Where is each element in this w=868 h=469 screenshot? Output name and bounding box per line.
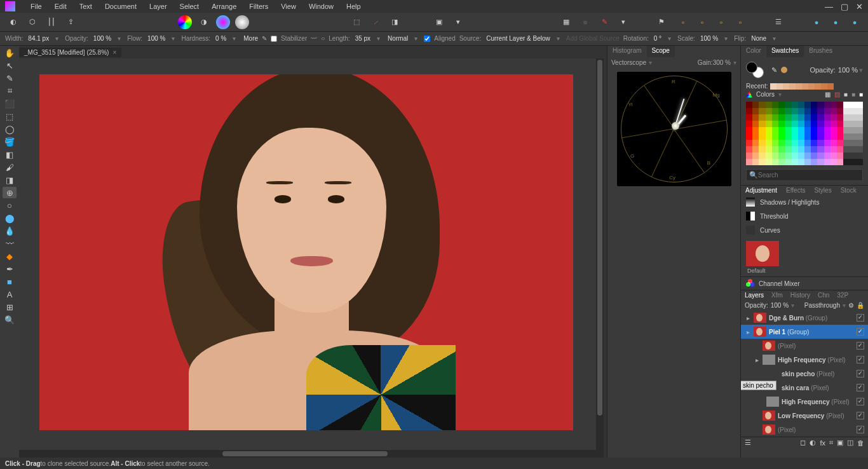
- swatch-cell[interactable]: [759, 108, 765, 114]
- tab-color[interactable]: Color: [741, 46, 766, 57]
- recent-swatch[interactable]: [815, 83, 821, 90]
- swatch-cell[interactable]: [824, 159, 831, 165]
- swatch-cell[interactable]: [804, 133, 811, 140]
- swatch-cell[interactable]: [804, 146, 811, 153]
- swatch-cell[interactable]: [843, 153, 850, 159]
- swatch-cell[interactable]: [811, 108, 817, 114]
- tab-scope[interactable]: Scope: [647, 46, 675, 57]
- flip-dropdown[interactable]: None: [751, 35, 766, 42]
- swatch-cell[interactable]: [817, 153, 824, 159]
- swatch-cell[interactable]: [766, 114, 772, 121]
- swatch-cell[interactable]: [752, 140, 759, 146]
- swatch-cell[interactable]: [759, 159, 765, 165]
- swatch-cell[interactable]: [752, 146, 759, 153]
- swatch-cell[interactable]: [824, 133, 831, 140]
- swatch-cell[interactable]: [824, 102, 831, 108]
- swatch-cell[interactable]: [843, 108, 850, 114]
- swatch-opacity-value[interactable]: 100 %: [838, 66, 858, 74]
- arrange-backward-icon[interactable]: ▫: [695, 15, 709, 29]
- layer-visibility-checkbox[interactable]: [857, 426, 864, 433]
- recent-swatch[interactable]: [796, 83, 802, 90]
- tab-history[interactable]: History: [787, 290, 814, 300]
- crop-tool-icon[interactable]: ⌗: [3, 85, 17, 97]
- recent-swatch[interactable]: [802, 83, 808, 90]
- swatch-cell[interactable]: [857, 159, 863, 165]
- stabilizer-checkbox[interactable]: [271, 36, 277, 42]
- swatch-cell[interactable]: [746, 121, 752, 127]
- swatch-cell[interactable]: [824, 127, 831, 133]
- globe3-icon[interactable]: ●: [848, 15, 862, 29]
- swatch-cell[interactable]: [798, 146, 804, 153]
- swatch-cell[interactable]: [824, 114, 831, 121]
- swatch-cell[interactable]: [837, 133, 843, 140]
- swatch-cell[interactable]: [831, 114, 837, 121]
- swatch-cell[interactable]: [850, 159, 857, 165]
- swatch-cell[interactable]: [837, 108, 843, 114]
- swatch-grey-icon[interactable]: ■: [851, 91, 855, 98]
- recent-swatch[interactable]: [808, 83, 815, 90]
- swatch-cell[interactable]: [785, 127, 791, 133]
- swatch-cell[interactable]: [831, 102, 837, 108]
- swatch-cell[interactable]: [850, 121, 857, 127]
- swatch-cell[interactable]: [766, 127, 772, 133]
- globe1-icon[interactable]: ●: [810, 15, 824, 29]
- swatch-cell[interactable]: [804, 121, 811, 127]
- vertical-scrollbar[interactable]: [596, 58, 604, 450]
- swatch-cell[interactable]: [759, 127, 765, 133]
- swatch-cell[interactable]: [817, 108, 824, 114]
- layers-opacity-value[interactable]: 100 %: [771, 302, 789, 309]
- marquee-tool-icon[interactable]: ⬚: [3, 111, 17, 122]
- recent-swatch[interactable]: [821, 83, 827, 90]
- aligned-checkbox[interactable]: [424, 36, 430, 42]
- swatch-cell[interactable]: [857, 127, 863, 133]
- swatch-cell[interactable]: [772, 121, 778, 127]
- tab-swatches[interactable]: Swatches: [766, 46, 804, 57]
- swatch-cell[interactable]: [759, 133, 765, 140]
- swatch-cell[interactable]: [857, 102, 863, 108]
- swatch-cell[interactable]: [759, 140, 765, 146]
- swatch-cell[interactable]: [766, 121, 772, 127]
- swatch-search[interactable]: 🔍: [746, 169, 863, 181]
- erase-tool-icon[interactable]: ◨: [3, 174, 17, 186]
- layer-expand-icon[interactable]: ▸: [754, 357, 760, 364]
- tab-adjustment[interactable]: Adjustment: [741, 186, 782, 195]
- swatch-white-icon[interactable]: ■: [859, 91, 863, 98]
- hue-icon[interactable]: [216, 15, 230, 29]
- swatch-cell[interactable]: [785, 108, 791, 114]
- channel-mixer-row[interactable]: Channel Mixer: [741, 276, 868, 290]
- layer-visibility-checkbox[interactable]: [857, 328, 864, 336]
- swatch-cell[interactable]: [752, 102, 759, 108]
- swatch-cell[interactable]: [857, 153, 863, 159]
- close-icon[interactable]: ✕: [856, 2, 863, 11]
- swatch-cell[interactable]: [746, 108, 752, 114]
- tab-brushes[interactable]: Brushes: [804, 46, 837, 57]
- swatch-cell[interactable]: [759, 102, 765, 108]
- swatch-cell[interactable]: [817, 114, 824, 121]
- swatch-cell[interactable]: [746, 159, 752, 165]
- layer-expand-icon[interactable]: ▸: [745, 315, 751, 322]
- layer-expand-icon[interactable]: ▸: [745, 329, 751, 336]
- adjustment-threshold[interactable]: Threshold: [741, 209, 868, 223]
- grid-icon[interactable]: ▦: [559, 15, 573, 29]
- menu-arrange[interactable]: Arrange: [205, 3, 243, 10]
- swatch-cell[interactable]: [752, 159, 759, 165]
- swatch-cell[interactable]: [792, 102, 798, 108]
- layer-visibility-checkbox[interactable]: [857, 370, 864, 377]
- layer-row[interactable]: (Pixel): [741, 423, 868, 437]
- export-persona-icon[interactable]: ⇪: [64, 15, 78, 29]
- swatch-cell[interactable]: [792, 146, 798, 153]
- swatch-grid-icon[interactable]: ▦: [825, 91, 831, 98]
- crop-ratio-icon[interactable]: ▣: [432, 15, 446, 29]
- swatch-cell[interactable]: [785, 153, 791, 159]
- swatch-cell[interactable]: [772, 127, 778, 133]
- swatch-cell[interactable]: [804, 140, 811, 146]
- more-button[interactable]: More: [243, 35, 258, 42]
- maximize-icon[interactable]: ▢: [841, 2, 848, 11]
- swatch-cell[interactable]: [843, 146, 850, 153]
- swatch-cell[interactable]: [778, 121, 785, 127]
- swatch-cell[interactable]: [857, 140, 863, 146]
- swatch-cell[interactable]: [772, 108, 778, 114]
- diagonal-icon[interactable]: ⟋: [369, 15, 383, 29]
- swatch-search-input[interactable]: [758, 172, 860, 179]
- dodge-tool-icon[interactable]: ○: [3, 200, 17, 211]
